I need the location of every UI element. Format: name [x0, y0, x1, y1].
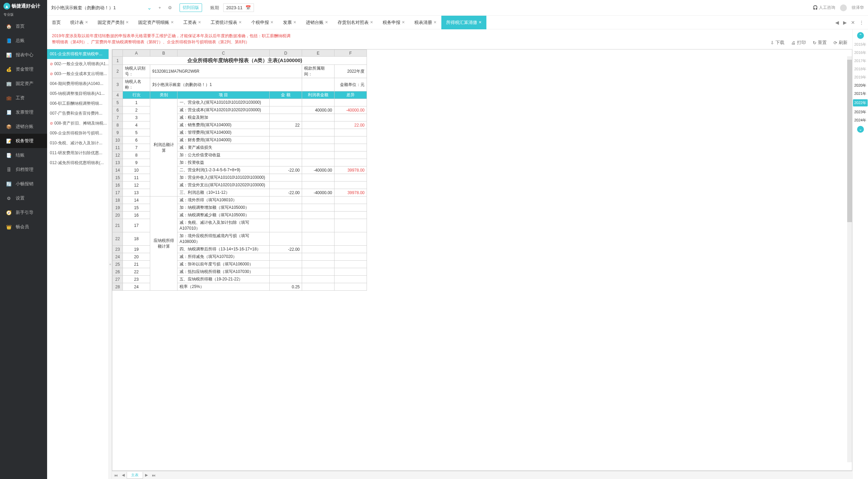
sheet-tab[interactable]: 主表 — [127, 472, 143, 479]
cell[interactable]: 五、应纳税所得额（19-20-21-22） — [177, 276, 270, 283]
year-down-icon[interactable]: ⌄ — [857, 126, 864, 133]
nav-item[interactable]: 🏢固定资产 — [0, 76, 47, 91]
nav-item[interactable]: ⚙设置 — [0, 191, 47, 205]
sheet-prev-icon[interactable]: ◀ — [120, 473, 127, 477]
cell[interactable]: 8 — [123, 151, 150, 159]
cell[interactable] — [302, 114, 335, 121]
cell[interactable]: 减：销售费用(填写A104000) — [177, 121, 270, 129]
cell[interactable] — [302, 197, 335, 204]
nav-item[interactable]: 📘总账 — [0, 33, 47, 48]
cell[interactable]: -40000.00 — [302, 166, 335, 174]
report-item[interactable]: 005-纳税调整项目明细表(A1... — [47, 89, 109, 99]
cell[interactable] — [270, 136, 302, 144]
cell[interactable] — [335, 159, 367, 166]
cell[interactable] — [302, 246, 335, 253]
tab-close-icon[interactable]: ✕ — [433, 20, 437, 25]
collapse-handle[interactable]: « — [109, 49, 112, 479]
row-header[interactable]: 12 — [113, 151, 123, 159]
nav-item[interactable]: 👑畅会员 — [0, 220, 47, 234]
row-header[interactable]: 22 — [113, 232, 123, 246]
report-item[interactable]: 007-广告费和业务宣传费跨... — [47, 108, 109, 118]
year-item[interactable]: 2022年 — [853, 99, 868, 106]
nav-item[interactable]: 🗄归档管理 — [0, 162, 47, 177]
year-item[interactable]: 2023年 — [854, 110, 866, 115]
cell[interactable]: 减：纳税调整减少额（填写A105000） — [177, 212, 270, 219]
cell[interactable] — [335, 219, 367, 232]
cell[interactable] — [270, 159, 302, 166]
year-item[interactable]: 2018年 — [854, 67, 866, 72]
row-header[interactable]: 1 — [113, 57, 123, 65]
vertical-scrollbar[interactable] — [847, 56, 852, 462]
print-button[interactable]: 🖨 打印 — [791, 40, 806, 46]
refresh-button[interactable]: ⟳ 刷新 — [834, 40, 848, 46]
cell[interactable]: 4 — [123, 121, 150, 129]
cell[interactable] — [270, 144, 302, 151]
row-header[interactable]: 26 — [113, 268, 123, 276]
tab[interactable]: 个税申报✕ — [246, 16, 278, 29]
cell[interactable] — [302, 121, 335, 129]
col-header[interactable]: E — [302, 50, 335, 57]
tab[interactable]: 工资统计报表✕ — [206, 16, 246, 29]
cell[interactable]: 39978.00 — [335, 189, 367, 197]
nav-item[interactable]: 🧭新手引导 — [0, 205, 47, 220]
cell[interactable] — [335, 144, 367, 151]
cell[interactable] — [335, 232, 367, 246]
cell[interactable]: 税率（25%） — [177, 283, 270, 291]
cell[interactable]: 加：纳税调整增加额（填写A105000） — [177, 204, 270, 212]
spreadsheet[interactable]: ABCDEF1企业所得税年度纳税申报表（A类）主表(A100000)2纳税人识别… — [112, 49, 852, 471]
user-avatar-icon[interactable] — [840, 4, 847, 11]
tab-close-icon[interactable]: ✕ — [171, 20, 174, 25]
cell[interactable] — [270, 219, 302, 232]
tab[interactable]: 进销台账✕ — [301, 16, 333, 29]
nav-item[interactable]: 💼工资 — [0, 91, 47, 105]
cell[interactable]: 减：营业成本(填写A102010\102020\103000) — [177, 106, 270, 114]
row-header[interactable]: 23 — [113, 246, 123, 253]
row-header[interactable]: 15 — [113, 174, 123, 182]
nav-item[interactable]: 🧾发票管理 — [0, 105, 47, 119]
cell[interactable]: 四、纳税调整后所得（13-14+15-16-17+18） — [177, 246, 270, 253]
cell[interactable] — [335, 268, 367, 276]
tab-close-icon[interactable]: ✕ — [402, 20, 405, 25]
cell[interactable] — [302, 283, 335, 291]
cell[interactable] — [302, 144, 335, 151]
year-item[interactable]: 2015年 — [854, 42, 866, 47]
row-header[interactable]: 16 — [113, 182, 123, 189]
cell[interactable]: 0.25 — [270, 283, 302, 291]
tab[interactable]: 固定资产明细账✕ — [133, 16, 179, 29]
cell[interactable]: 5 — [123, 129, 150, 136]
row-header[interactable]: 24 — [113, 253, 123, 261]
cell[interactable]: 6 — [123, 136, 150, 144]
year-up-icon[interactable]: ⌃ — [857, 32, 864, 39]
cell[interactable]: 减：管理费用(填写A104000) — [177, 129, 270, 136]
cell[interactable] — [302, 212, 335, 219]
report-item[interactable]: ⊘002-一般企业收入明细表(A1... — [47, 59, 109, 69]
report-item[interactable]: 011-研发费用加计扣除优惠... — [47, 148, 109, 158]
year-item[interactable]: 2021年 — [854, 91, 866, 96]
row-header[interactable]: 6 — [113, 106, 123, 114]
account-settings-icon[interactable]: ⚙ — [168, 5, 172, 10]
cell[interactable]: 11 — [123, 174, 150, 182]
tab-close-icon[interactable]: ✕ — [293, 20, 296, 25]
year-item[interactable]: 2019年 — [854, 75, 866, 80]
cell[interactable]: 加：公允价值变动收益 — [177, 151, 270, 159]
cell[interactable]: -40000.00 — [302, 189, 335, 197]
cell[interactable] — [270, 129, 302, 136]
add-account-icon[interactable]: + — [158, 5, 161, 10]
cell[interactable] — [302, 232, 335, 246]
tab-close-icon[interactable]: ✕ — [198, 20, 201, 25]
cell[interactable]: 二、营业利润(1-2-3-4-5-6-7+8+9) — [177, 166, 270, 174]
cell[interactable] — [302, 99, 335, 106]
col-header[interactable]: D — [270, 50, 302, 57]
cell[interactable] — [270, 197, 302, 204]
cell[interactable]: 9 — [123, 159, 150, 166]
cell[interactable]: 10 — [123, 166, 150, 174]
cell[interactable]: 12 — [123, 182, 150, 189]
tab[interactable]: 存货别名对照表✕ — [333, 16, 378, 29]
report-item[interactable]: 006-职工薪酬纳税调整明细... — [47, 99, 109, 108]
cell[interactable] — [335, 197, 367, 204]
cell[interactable] — [302, 204, 335, 212]
row-header[interactable]: 28 — [113, 283, 123, 291]
cell[interactable] — [335, 182, 367, 189]
tab[interactable]: 所得税汇算清缴✕ — [441, 16, 486, 29]
report-item[interactable]: 010-免税、减计收入及加计... — [47, 138, 109, 148]
